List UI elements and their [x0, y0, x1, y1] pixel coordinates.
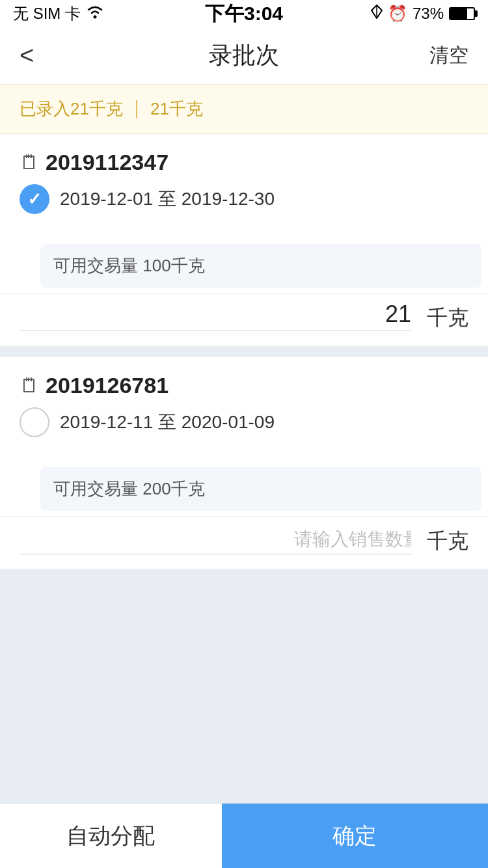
batch2-qty-unit: 千克: [427, 527, 468, 556]
batch1-qty-row: 21 千克: [0, 293, 488, 346]
batch2-date-row: 2019-12-11 至 2020-01-09: [20, 407, 468, 437]
batch1-qty-unit: 千克: [427, 304, 468, 332]
batch1-inner: 🗒 2019112347 2019-12-01 至 2019-12-30: [0, 134, 488, 244]
alarm-icon: ⏰: [388, 5, 407, 23]
nav-bar: < 录批次 清空: [0, 27, 488, 85]
page-content: 已录入21千克 21千克 🗒 2019112347 2019-12-01 至 2…: [0, 85, 488, 868]
bottom-bar: 自动分配 确定: [0, 803, 488, 868]
status-time: 下午3:04: [205, 1, 283, 27]
batch1-header: 🗒 2019112347: [20, 150, 468, 175]
batch2-icon: 🗒: [20, 375, 39, 397]
location-icon: [371, 5, 383, 23]
clear-button[interactable]: 清空: [429, 42, 468, 69]
batch2-header: 🗒 2019126781: [20, 373, 468, 398]
status-bar: 无 SIM 卡 下午3:04 ⏰ 73%: [0, 0, 488, 27]
batch1-date: 2019-12-01 至 2019-12-30: [60, 187, 275, 211]
svg-point-0: [94, 16, 97, 19]
batch1-id: 2019112347: [46, 150, 169, 175]
batch2-qty-input[interactable]: [294, 524, 411, 551]
batch1-qty-value: 21: [385, 301, 411, 328]
auto-distribute-button[interactable]: 自动分配: [0, 804, 222, 868]
batch2-qty-row: 千克: [0, 516, 488, 569]
status-right: ⏰ 73%: [371, 5, 475, 23]
battery-icon: [449, 7, 475, 20]
batch2-available: 可用交易量 200千克: [40, 467, 481, 511]
banner-divider: [136, 100, 137, 118]
batch2-id: 2019126781: [46, 373, 169, 398]
page-title: 录批次: [209, 40, 279, 72]
wifi-icon: [86, 5, 104, 23]
batch1-card: 🗒 2019112347 2019-12-01 至 2019-12-30 可用交…: [0, 134, 488, 346]
status-left: 无 SIM 卡: [13, 3, 104, 24]
info-banner: 已录入21千克 21千克: [0, 85, 488, 134]
battery-text: 73%: [413, 5, 444, 23]
batch1-icon: 🗒: [20, 152, 39, 174]
recorded-amount: 已录入21千克: [20, 98, 123, 120]
section-divider: [0, 347, 488, 357]
batch1-available: 可用交易量 100千克: [40, 244, 481, 288]
batch2-radio[interactable]: [20, 407, 49, 437]
batch1-radio[interactable]: [20, 184, 49, 214]
amount-value: 21千克: [150, 98, 203, 120]
confirm-button[interactable]: 确定: [222, 804, 488, 868]
no-sim-text: 无 SIM 卡: [13, 3, 81, 24]
batch2-date: 2019-12-11 至 2020-01-09: [60, 410, 275, 435]
batch2-card: 🗒 2019126781 2019-12-11 至 2020-01-09 可用交…: [0, 357, 488, 569]
batch1-date-row: 2019-12-01 至 2019-12-30: [20, 184, 468, 214]
batch2-inner: 🗒 2019126781 2019-12-11 至 2020-01-09: [0, 357, 488, 467]
back-button[interactable]: <: [20, 42, 59, 70]
